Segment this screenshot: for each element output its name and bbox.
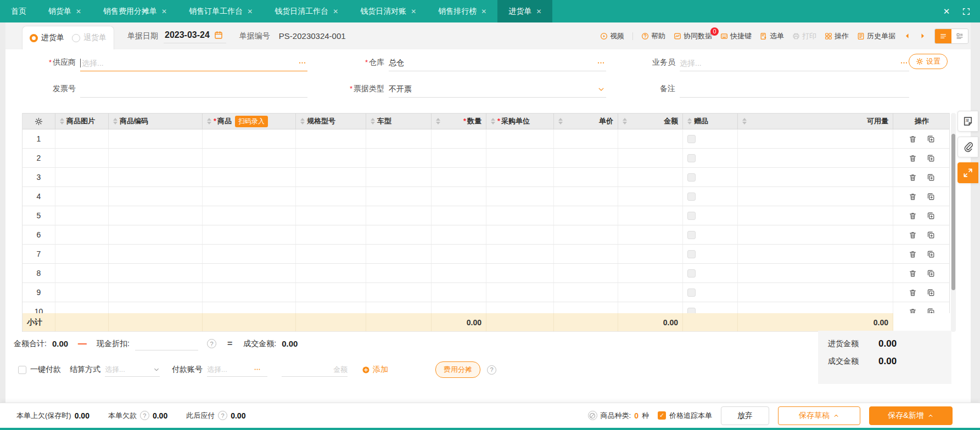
attachment-button[interactable] [957, 137, 978, 157]
doc-type-radio-1[interactable]: 退货单 [72, 33, 107, 43]
cell-available[interactable] [738, 129, 893, 148]
copy-add-icon[interactable] [927, 212, 935, 220]
cell-gift[interactable] [683, 245, 738, 263]
save-draft-button[interactable]: 保存草稿 [778, 406, 860, 425]
cell-unit[interactable] [486, 225, 554, 244]
cell-unit[interactable] [486, 283, 554, 302]
cell-name[interactable] [203, 168, 296, 186]
gift-checkbox[interactable] [687, 212, 696, 220]
cell-spec[interactable] [296, 129, 366, 148]
cell-gift[interactable] [683, 302, 738, 313]
cell-price[interactable] [554, 264, 618, 282]
tab-close-icon[interactable]: ✕ [536, 8, 541, 15]
cell-price[interactable] [554, 187, 618, 206]
cell-img[interactable] [55, 187, 109, 206]
cell-code[interactable] [109, 283, 203, 302]
trash-icon[interactable] [909, 154, 917, 162]
card-view-icon[interactable] [951, 29, 968, 43]
cell-name[interactable] [203, 245, 296, 263]
tab-close-icon[interactable]: ✕ [411, 8, 416, 15]
sort-icon[interactable] [60, 118, 64, 125]
cell-qty[interactable] [432, 149, 486, 167]
scan-entry-badge[interactable]: 扫码录入 [235, 116, 268, 127]
tab-close-icon[interactable]: ✕ [76, 8, 81, 15]
column-header-qty[interactable]: *数量 [432, 114, 486, 129]
copy-add-icon[interactable] [927, 308, 935, 314]
cell-price[interactable] [554, 149, 618, 167]
sort-icon[interactable] [371, 118, 375, 125]
topbar-tab-1[interactable]: 销货单✕ [37, 0, 92, 22]
fullscreen-icon[interactable] [961, 7, 971, 16]
cell-model[interactable] [366, 264, 432, 282]
cell-model[interactable] [366, 206, 432, 225]
cell-amount[interactable] [618, 245, 683, 263]
sort-icon[interactable] [300, 118, 305, 125]
cell-amount[interactable] [618, 168, 683, 186]
cell-amount[interactable] [618, 206, 683, 225]
cell-price[interactable] [554, 225, 618, 244]
column-header-gift[interactable]: 赠品 [683, 114, 738, 129]
cell-amount[interactable] [618, 149, 683, 167]
gift-checkbox[interactable] [687, 269, 696, 278]
gift-checkbox[interactable] [687, 173, 696, 182]
question-circle-icon[interactable]: ? [218, 411, 227, 420]
cell-amount[interactable] [618, 129, 683, 148]
question-circle-icon[interactable]: ? [207, 339, 216, 348]
toolbar-action-6[interactable]: 操作 [825, 31, 849, 41]
cell-amount[interactable] [618, 187, 683, 206]
remark-input[interactable] [680, 82, 909, 97]
topbar-tab-2[interactable]: 销售费用分摊单✕ [92, 0, 178, 22]
cell-img[interactable] [55, 245, 109, 263]
cell-gift[interactable] [683, 206, 738, 225]
column-header-price[interactable]: 单价 [554, 114, 618, 129]
date-field[interactable]: 2023-03-24 [164, 29, 226, 43]
trash-icon[interactable] [909, 212, 917, 220]
cell-code[interactable] [109, 245, 203, 263]
cell-gift[interactable] [683, 129, 738, 148]
cell-price[interactable] [554, 206, 618, 225]
trash-icon[interactable] [909, 193, 917, 201]
cell-qty[interactable] [432, 302, 486, 313]
gift-checkbox[interactable] [687, 193, 696, 201]
gift-checkbox[interactable] [687, 154, 696, 162]
cell-unit[interactable] [486, 168, 554, 186]
cell-model[interactable] [366, 129, 432, 148]
toolbar-action-4[interactable]: 选单 [760, 31, 784, 41]
topbar-tab-5[interactable]: 钱货日清对账✕ [349, 0, 427, 22]
copy-add-icon[interactable] [927, 154, 935, 162]
toolbar-action-1[interactable]: 帮助 [641, 31, 665, 41]
cell-spec[interactable] [296, 168, 366, 186]
cost-share-button[interactable]: 费用分摊 [435, 361, 480, 378]
cell-spec[interactable] [296, 225, 366, 244]
cell-name[interactable] [203, 187, 296, 206]
copy-add-icon[interactable] [927, 193, 935, 201]
cell-code[interactable] [109, 149, 203, 167]
salesman-input[interactable] [680, 56, 909, 70]
sort-icon[interactable] [687, 118, 692, 125]
cell-price[interactable] [554, 168, 618, 186]
gift-checkbox[interactable] [687, 231, 696, 239]
sort-icon[interactable] [436, 118, 440, 125]
cell-unit[interactable] [486, 206, 554, 225]
column-header-img[interactable]: 商品图片 [55, 114, 109, 129]
cell-gift[interactable] [683, 149, 738, 167]
cell-img[interactable] [55, 168, 109, 186]
cell-unit[interactable] [486, 187, 554, 206]
scrollbar-thumb[interactable] [951, 134, 955, 290]
pay-account-input[interactable] [207, 365, 254, 374]
sort-icon[interactable] [558, 118, 563, 125]
cash-discount-input[interactable] [135, 337, 198, 350]
topbar-tab-7[interactable]: 进货单✕ [497, 0, 552, 22]
cell-qty[interactable] [432, 168, 486, 186]
list-view-icon[interactable] [935, 29, 951, 43]
column-header-spec[interactable]: 规格型号 [296, 114, 366, 129]
gift-checkbox[interactable] [687, 308, 696, 314]
cell-name[interactable] [203, 206, 296, 225]
chevron-down-icon[interactable] [597, 86, 605, 93]
cell-qty[interactable] [432, 283, 486, 302]
cell-spec[interactable] [296, 245, 366, 263]
topbar-tab-6[interactable]: 销售排行榜✕ [427, 0, 497, 22]
question-circle-icon[interactable]: ? [487, 365, 496, 375]
cell-gift[interactable] [683, 187, 738, 206]
cell-img[interactable] [55, 206, 109, 225]
